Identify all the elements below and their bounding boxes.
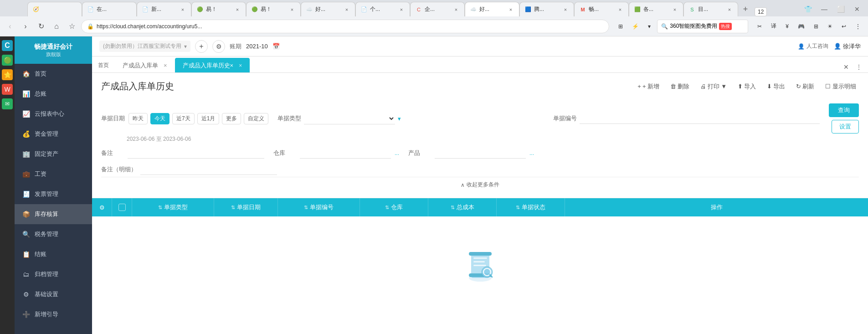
- tab-history[interactable]: 产成品入库单历史× ×: [175, 58, 250, 72]
- export-button[interactable]: ⬇ 导出: [764, 81, 788, 92]
- apps-icon[interactable]: ⊞: [810, 20, 822, 33]
- sidebar-item-report[interactable]: 📈 云报表中心: [15, 104, 92, 124]
- settings-button[interactable]: ⚙: [212, 40, 225, 53]
- refresh-button[interactable]: ↻: [35, 20, 47, 33]
- product-more[interactable]: ...: [529, 150, 534, 156]
- tab-3-close[interactable]: ×: [234, 6, 241, 13]
- settings-column-header[interactable]: ⚙: [92, 198, 112, 216]
- back-button[interactable]: ‹: [4, 20, 16, 33]
- tab-list-close[interactable]: ×: [164, 62, 167, 69]
- tab-1[interactable]: 📄 在...: [82, 2, 137, 16]
- sidebar-item-salary[interactable]: 💼 工资: [15, 164, 92, 184]
- sidebar-item-ledger[interactable]: 📊 总账: [15, 84, 92, 104]
- 1month-button[interactable]: 近1月: [197, 113, 220, 124]
- cost-column-header[interactable]: ⇅ 总成本: [428, 198, 497, 216]
- chanjet-icon[interactable]: C: [2, 40, 13, 51]
- grid-icon[interactable]: ⊞: [615, 20, 627, 33]
- add-button[interactable]: + + 新增: [635, 81, 662, 92]
- query-button[interactable]: 查询: [829, 103, 859, 117]
- sidebar-item-fund[interactable]: 💰 资金管理: [15, 124, 92, 144]
- remark-input[interactable]: [128, 148, 264, 159]
- set-button[interactable]: 设置: [832, 120, 859, 134]
- tab-2-close[interactable]: ×: [179, 6, 186, 13]
- theme-icon[interactable]: ☀: [824, 20, 836, 33]
- user-name-display[interactable]: 👤 徐泽华: [834, 42, 861, 51]
- status-column-header[interactable]: ⇅ 单据状态: [497, 198, 565, 216]
- sidebar-item-home[interactable]: 🏠 首页: [15, 64, 92, 84]
- checkbox-column-header[interactable]: [112, 198, 132, 216]
- tab-8[interactable]: ☁️ 好... ×: [465, 2, 519, 16]
- search-bar[interactable]: 🔍 360智能抠图免费用 热搜: [657, 20, 748, 33]
- more-button[interactable]: 更多: [222, 113, 241, 124]
- 7days-button[interactable]: 近7天: [172, 113, 195, 124]
- add-company-button[interactable]: +: [195, 40, 208, 53]
- sidebar-item-invoice[interactable]: 🧾 发票管理: [15, 184, 92, 204]
- sidebar-item-new[interactable]: ➕ 新增引导: [15, 304, 92, 324]
- restore-button[interactable]: ⬜: [834, 3, 847, 15]
- num-column-header[interactable]: ⇅ 单据编号: [278, 198, 360, 216]
- tab-10-close[interactable]: ×: [616, 6, 624, 13]
- tab-10[interactable]: M 畅... ×: [574, 2, 629, 16]
- sidebar-item-archive[interactable]: 🗂 归档管理: [15, 264, 92, 284]
- tab-9[interactable]: 🟦 腾... ×: [519, 2, 574, 16]
- custom-button[interactable]: 自定义: [244, 113, 268, 124]
- close-browser-button[interactable]: ✕: [851, 3, 863, 15]
- tab-7[interactable]: C 企... ×: [410, 2, 465, 16]
- tab-12-close[interactable]: ×: [726, 6, 733, 13]
- currency-icon[interactable]: ¥: [782, 20, 792, 33]
- tab-4-close[interactable]: ×: [288, 6, 296, 13]
- warehouse-column-header[interactable]: ⇅ 仓库: [360, 198, 428, 216]
- type-column-header[interactable]: ⇅ 单据类型: [132, 198, 214, 216]
- dropdown-arrow[interactable]: ▾: [644, 20, 654, 33]
- red-app-icon[interactable]: W: [2, 84, 13, 95]
- num-input[interactable]: [580, 113, 820, 124]
- scissors-icon[interactable]: ✂: [754, 20, 765, 33]
- tab-6-close[interactable]: ×: [398, 6, 405, 13]
- lightning-icon[interactable]: ⚡: [628, 20, 642, 33]
- address-input[interactable]: 🔒 https://cloud.chanjet.com/accounting/u…: [81, 20, 609, 33]
- gamepad-icon[interactable]: 🎮: [794, 20, 808, 33]
- home-button[interactable]: ⌂: [50, 20, 63, 33]
- calendar-icon[interactable]: 📅: [272, 43, 280, 50]
- tab-11-close[interactable]: ×: [671, 6, 678, 13]
- more-panel-button[interactable]: ⋮: [853, 62, 864, 72]
- mail-app-icon[interactable]: ✉: [2, 98, 13, 109]
- tab-7-close[interactable]: ×: [452, 6, 460, 13]
- product-input[interactable]: [435, 148, 526, 159]
- user-service-link[interactable]: 👤 人工咨询: [798, 42, 828, 50]
- sidebar-item-fixed[interactable]: 🏢 固定资产: [15, 144, 92, 164]
- warehouse-input[interactable]: [300, 148, 391, 159]
- sidebar-item-tax[interactable]: 🔍 税务管理: [15, 224, 92, 244]
- tab-5[interactable]: ☁️ 好... ×: [301, 2, 355, 16]
- settings-icon[interactable]: ⋮: [852, 20, 864, 33]
- date-column-header[interactable]: ⇅ 单据日期: [214, 198, 278, 216]
- sidebar-item-inventory[interactable]: 📦 库存核算: [15, 204, 92, 224]
- tab-2[interactable]: 📄 新... ×: [137, 2, 191, 16]
- company-selector[interactable]: (勿删勿禁用）江西服宝测试专用 ▾: [99, 41, 190, 52]
- tab-11[interactable]: 🟩 各... ×: [629, 2, 683, 16]
- minimize-button[interactable]: —: [818, 3, 831, 15]
- sidebar-item-checkout[interactable]: 📋 结账: [15, 244, 92, 264]
- remark2-input[interactable]: [140, 164, 277, 175]
- tab-3[interactable]: 🟢 易！ ×: [191, 2, 246, 16]
- tab-8-close[interactable]: ×: [507, 6, 514, 13]
- sidebar-item-settings[interactable]: ⚙ 基础设置: [15, 284, 92, 304]
- collapse-button[interactable]: ∧ 收起更多条件: [101, 177, 859, 192]
- tab-9-close[interactable]: ×: [562, 6, 569, 13]
- tab-5-close[interactable]: ×: [343, 6, 350, 13]
- translate-icon[interactable]: 译: [767, 20, 780, 33]
- undo-icon[interactable]: ↩: [838, 20, 850, 33]
- delete-button[interactable]: 🗑 删除: [668, 81, 692, 92]
- new-tab-button[interactable]: +: [738, 2, 753, 16]
- close-panel-button[interactable]: ✕: [841, 62, 852, 72]
- today-button[interactable]: 今天: [150, 113, 169, 124]
- yesterday-button[interactable]: 昨天: [128, 113, 148, 124]
- print-button[interactable]: 🖨 打印 ▼: [698, 81, 729, 92]
- tab-4[interactable]: 🟢 易！ ×: [246, 2, 301, 16]
- star-app-icon[interactable]: ⭐: [2, 69, 13, 80]
- tab-12[interactable]: S 目... ×: [683, 2, 738, 16]
- show-columns-checkbox[interactable]: ☐ 显示明细: [822, 81, 859, 92]
- tab-list[interactable]: 产成品入库单 ×: [115, 58, 175, 72]
- refresh-button[interactable]: ↻ 刷新: [793, 81, 817, 92]
- tab-history-close[interactable]: ×: [239, 62, 242, 69]
